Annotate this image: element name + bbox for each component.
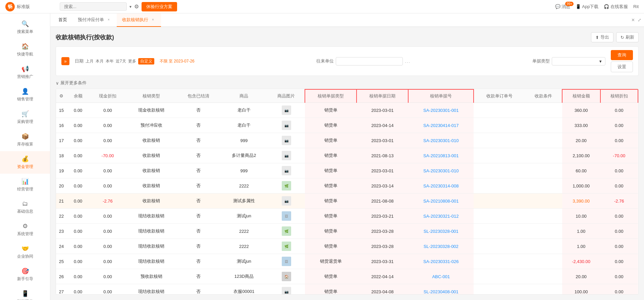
tab-close-all-icon[interactable]: ✕ — [631, 17, 635, 23]
cash-discount: 0.00 — [89, 269, 126, 284]
product-name: 999 — [220, 133, 268, 148]
sidebar-label-nav: 快捷导航 — [17, 51, 33, 57]
data-table: ⚙ 余额 现金折扣 核销类型 包含已结清 商品 商品图片 核销单据类型 核销单据… — [56, 89, 638, 295]
writeoff-bill-type: 销货单 — [305, 224, 357, 239]
date-more[interactable]: 更多 — [128, 58, 136, 64]
sidebar-item-operation[interactable]: 📊 经营管理 — [0, 174, 50, 196]
product-img-cell: 🌿 — [268, 178, 305, 194]
receipt-condition — [525, 269, 562, 284]
row-number: 19 — [56, 163, 67, 178]
include-settled: 否 — [177, 209, 220, 224]
top-search-input[interactable] — [60, 2, 127, 11]
sidebar-item-guide[interactable]: 🎯 新手引导 — [0, 263, 50, 286]
date-this-year[interactable]: 本年 — [106, 58, 114, 64]
tab-home[interactable]: 首页 — [53, 13, 72, 27]
writeoff-bill-no[interactable]: SA-20210813-001 — [408, 148, 474, 163]
export-button[interactable]: ⬆ 导出 — [591, 32, 613, 42]
sidebar-item-basic[interactable]: 🗂 基础信息 — [0, 196, 50, 218]
search-dropdown-icon[interactable]: ▾ — [129, 4, 131, 9]
app-download-link[interactable]: 📱 App下载 — [576, 4, 598, 10]
sidebar-label-guide: 新手引导 — [17, 276, 33, 282]
writeoff-type: 收款核销 — [126, 163, 177, 178]
expand-more-button[interactable]: ∨ 展开更多条件 — [56, 80, 639, 86]
writeoff-bill-no[interactable]: SA-20230321-012 — [408, 209, 474, 224]
sidebar-item-system[interactable]: ⚙ 系统管理 — [0, 218, 50, 241]
receipt-condition — [525, 133, 562, 148]
writeoff-discount: -70.00 — [600, 148, 638, 163]
writeoff-bill-date: 2023-03-31 — [357, 254, 408, 269]
filter-bill-type-group: 单据类型 ▾ — [532, 57, 605, 66]
writeoff-discount: 0.00 — [600, 254, 638, 269]
writeoff-bill-date: 2023-03-28 — [357, 224, 408, 239]
counterpart-input[interactable] — [336, 57, 403, 66]
date-last-month[interactable]: 上月 — [86, 58, 94, 64]
writeoff-discount: 0.00 — [600, 269, 638, 284]
industry-button[interactable]: 休验行业方案 — [142, 2, 177, 11]
include-settled: 否 — [177, 103, 220, 118]
date-this-month[interactable]: 本月 — [96, 58, 104, 64]
include-settled: 否 — [177, 224, 220, 239]
date-custom[interactable]: 自定义 — [138, 58, 154, 65]
writeoff-bill-no[interactable]: SA-20230331-026 — [408, 254, 474, 269]
writeoff-discount: -2.76 — [600, 194, 638, 209]
online-service-link[interactable]: 🎧 在线客服 — [604, 4, 628, 10]
product-name: 衣服00001 — [220, 284, 268, 295]
writeoff-bill-no[interactable]: SL-20230328-002 — [408, 239, 474, 254]
writeoff-bill-no[interactable]: ABC-001 — [408, 269, 474, 284]
writeoff-discount: 0.00 — [600, 103, 638, 118]
tab-receipt-writeoff-close[interactable]: × — [150, 17, 156, 23]
product-name: 2222 — [220, 178, 268, 194]
top-bar-center: ▾ ⚙ 休验行业方案 — [60, 2, 551, 11]
query-button[interactable]: 查询 — [611, 50, 633, 60]
writeoff-amount: 1,000.00 — [562, 178, 600, 194]
writeoff-bill-no[interactable]: SA-20230314-008 — [408, 178, 474, 194]
tab-fullscreen-icon[interactable]: ⤢ — [638, 17, 641, 23]
tab-bar-actions: ✕ ⤢ — [631, 17, 641, 23]
receipt-condition — [525, 209, 562, 224]
sidebar-item-hardware[interactable]: 📱 智能硬件 — [0, 286, 50, 300]
writeoff-bill-no[interactable]: SA-20230301-001 — [408, 103, 474, 118]
writeoff-bill-type: 销货单 — [305, 118, 357, 133]
writeoff-bill-no[interactable]: SL-20230408-001 — [408, 284, 474, 295]
sidebar-item-marketing[interactable]: 📢 营销推广 — [0, 61, 50, 84]
writeoff-discount: 0.00 — [600, 209, 638, 224]
refresh-button[interactable]: ↻ 刷新 — [616, 32, 639, 42]
balance: 0.00 — [67, 224, 89, 239]
sidebar-item-enterprise[interactable]: 🤝 企业协同 — [0, 241, 50, 263]
writeoff-bill-no[interactable]: SA-20230301-010 — [408, 133, 474, 148]
writeoff-amount: 1.00 — [562, 224, 600, 239]
row-number: 21 — [56, 194, 67, 209]
sidebar-item-purchase[interactable]: 🛒 采购管理 — [0, 106, 50, 129]
tab-prepay-close[interactable]: × — [106, 17, 111, 23]
writeoff-bill-no[interactable]: SA-20210808-001 — [408, 194, 474, 209]
sidebar-item-sales[interactable]: 👤 销售管理 — [0, 84, 50, 106]
include-settled: 否 — [177, 148, 220, 163]
sidebar-item-search[interactable]: 🔍 搜索菜单 — [0, 16, 50, 39]
date-last-7days[interactable]: 近7天 — [116, 58, 126, 64]
writeoff-bill-no[interactable]: SA-20230301-010 — [408, 163, 474, 178]
product-image: 📷 — [282, 196, 291, 206]
th-gear[interactable]: ⚙ — [56, 89, 67, 103]
bill-type-select[interactable]: ▾ — [552, 57, 605, 66]
sidebar-item-nav[interactable]: 🏠 快捷导航 — [0, 39, 50, 61]
writeoff-bill-no[interactable]: SA-20230414-017 — [408, 118, 474, 133]
tab-prepay[interactable]: 预付冲应付单 × — [72, 13, 117, 27]
page-actions: ⬆ 导出 ↻ 刷新 — [591, 32, 639, 42]
sidebar-item-inventory[interactable]: 📦 库存核算 — [0, 129, 50, 151]
writeoff-type: 预付冲应收 — [126, 118, 177, 133]
product-image: 📷 — [282, 136, 291, 145]
balance: 0.00 — [67, 284, 89, 295]
table-header-row: ⚙ 余额 现金折扣 核销类型 包含已结清 商品 商品图片 核销单据类型 核销单据… — [56, 89, 638, 103]
tab-receipt-writeoff[interactable]: 收款核销执行 × — [117, 13, 161, 27]
settings-icon[interactable]: ⚙ — [134, 3, 139, 10]
sidebar-item-finance[interactable]: 💰 资金管理 — [0, 151, 50, 174]
receipt-order-no — [474, 163, 525, 178]
notification-badge[interactable]: 💬 99+ 消息 — [555, 4, 571, 10]
setting-button[interactable]: 设置 — [611, 61, 633, 72]
user-name[interactable]: Rit — [633, 4, 639, 9]
writeoff-amount: 2,100.00 — [562, 148, 600, 163]
filter-expand-arrow[interactable]: » — [61, 57, 69, 65]
th-receipt-order-no: 收款单订单号 — [474, 89, 525, 103]
writeoff-bill-no[interactable]: SL-20230328-001 — [408, 224, 474, 239]
table-row: 170.000.00收款核销否999📷销货单2023-03-01SA-20230… — [56, 133, 638, 148]
